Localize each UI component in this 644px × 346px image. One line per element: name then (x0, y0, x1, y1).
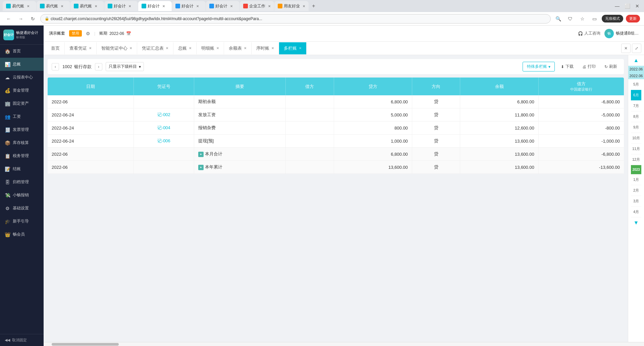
tab-smart-voucher[interactable]: 智能凭证中心 ✕ (97, 42, 137, 54)
sidebar-item-fixed-assets[interactable]: 🏢 固定资产 (0, 97, 44, 110)
calendar-month-item[interactable]: 4月 (631, 207, 641, 217)
calendar-month-item[interactable]: 7月 (631, 101, 641, 111)
back-button[interactable]: ← (4, 14, 13, 23)
tab-yidaizhang-3[interactable]: 易代账 ✕ (70, 1, 104, 11)
tab-detail-ledger[interactable]: 明细账 ✕ (197, 42, 224, 54)
calendar-month-item[interactable]: 6月 (631, 90, 641, 101)
calendar-month-item[interactable]: 8月 (631, 111, 641, 122)
tab-voucher-summary[interactable]: 凭证汇总表 ✕ (137, 42, 173, 54)
tab-general-close[interactable]: ✕ (189, 46, 192, 50)
tab-balance[interactable]: 余额表 ✕ (224, 42, 252, 54)
forward-button[interactable]: → (16, 14, 25, 23)
calendar-down-button[interactable]: ▼ (631, 217, 642, 228)
sidebar-item-archive[interactable]: 🗄 归档管理 (0, 176, 44, 189)
topbar-settings-icon[interactable]: ⚙ (86, 31, 90, 36)
calendar-month-item[interactable]: 5月 (631, 79, 641, 90)
tab-view-voucher[interactable]: 查看凭证 ✕ (65, 42, 97, 54)
sidebar-item-guide[interactable]: 🎓 新手引导 (0, 215, 44, 228)
sidebar-item-close-accounts[interactable]: 📝 结账 (0, 162, 44, 176)
sidebar-item-cloud-reports[interactable]: ☁ 云报表中心 (0, 71, 44, 84)
print-button[interactable]: 🖨 打印 (580, 62, 598, 71)
tab-home[interactable]: 首页 (46, 42, 65, 54)
tab-yidaizhang-2[interactable]: 易代账 ✕ (37, 1, 70, 11)
update-button[interactable]: 更新 (626, 15, 640, 22)
close-window-button[interactable]: ✕ (633, 2, 641, 10)
cell-voucher[interactable]: 记-002 (133, 108, 194, 121)
special-ledger-button[interactable]: 特殊多栏账 ▾ (523, 62, 555, 71)
calendar-month-item[interactable]: 9月 (631, 122, 641, 133)
download-button[interactable]: ⬇ 下载 (558, 62, 576, 71)
calendar-month-item[interactable]: 3月 (631, 196, 641, 207)
consult-button[interactable]: 🎧 人工咨询 (578, 31, 600, 36)
tab-journal[interactable]: 序时账 ✕ (252, 42, 279, 54)
calendar-month-item[interactable]: 10月 (631, 133, 641, 144)
tab-close-all-button[interactable]: ✕ (621, 44, 631, 53)
tab-voucher-summary-close[interactable]: ✕ (166, 46, 168, 50)
sidebar-unpin-button[interactable]: ◀◀ 取消固定 (0, 334, 44, 346)
calendar-month-item[interactable]: 1月 (631, 175, 641, 185)
tab-multi-column[interactable]: 多栏账 ✕ (279, 42, 307, 54)
sidebar-item-ledger[interactable]: 📊 总账 (0, 58, 44, 71)
calendar-icon[interactable]: 📅 (126, 31, 131, 36)
reload-button[interactable]: ↻ (28, 14, 38, 23)
tab-haokuaiji-1[interactable]: 好会计 ✕ (104, 1, 138, 11)
calendar-month-item[interactable]: 12月 (631, 154, 641, 165)
sidebar-item-payroll[interactable]: 👥 工资 (0, 110, 44, 123)
tab-haokuaiji-active[interactable]: 好会计 ✕ (138, 1, 172, 11)
tab-close-6[interactable]: ✕ (196, 4, 199, 8)
shield-icon[interactable]: 🛡 (566, 14, 575, 23)
tab-close-3[interactable]: ✕ (95, 4, 97, 8)
address-bar[interactable]: 🔒 cloud2.chanjet.com/accounting/uh26t264… (40, 14, 551, 23)
tab-general-ledger[interactable]: 总账 ✕ (173, 42, 197, 54)
tab-journal-close[interactable]: ✕ (271, 46, 274, 50)
sidebar-item-member[interactable]: 👑 畅会员 (0, 228, 44, 241)
scroll-thumb[interactable] (52, 343, 119, 346)
calendar-month-item[interactable]: 2月 (631, 185, 641, 196)
sidebar-item-inventory[interactable]: 📦 库存核算 (0, 136, 44, 149)
user-profile[interactable]: 畅 畅捷通B组… (604, 29, 639, 38)
minimize-button[interactable]: — (613, 2, 621, 10)
tab-close-9[interactable]: ✕ (303, 4, 305, 8)
calendar-month-item[interactable]: 2023 (631, 165, 641, 175)
tab-yidaizhang-1[interactable]: 易代账 ✕ (3, 1, 36, 11)
account-selector[interactable]: 1002 银行存款 (62, 64, 92, 70)
sidebar-item-expense[interactable]: 💸 小畅报销 (0, 189, 44, 202)
tab-qiyegongzuo[interactable]: 企业工作 ✕ (240, 1, 274, 11)
tab-close-7[interactable]: ✕ (230, 4, 233, 8)
tab-balance-close[interactable]: ✕ (244, 46, 247, 50)
sidebar-item-funds[interactable]: 💰 资金管理 (0, 84, 44, 97)
tab-close-8[interactable]: ✕ (268, 4, 271, 8)
sidebar-item-invoice[interactable]: 🧾 发票管理 (0, 123, 44, 136)
maximize-button[interactable]: ⬜ (623, 2, 631, 10)
search-icon[interactable]: 🔍 (553, 14, 563, 23)
tab-haokuaiji-3[interactable]: 好会计 ✕ (206, 1, 239, 11)
cell-voucher[interactable]: 记-006 (133, 135, 194, 148)
tab-yongyou[interactable]: 用友好业 ✕ (274, 1, 309, 11)
tab-detail-close[interactable]: ✕ (216, 46, 219, 50)
new-tab-button[interactable]: + (309, 1, 318, 11)
calendar-month-item[interactable]: 11月 (631, 144, 641, 154)
wuhen-button[interactable]: 无痕模式 (602, 15, 623, 22)
sidebar-toggle-icon[interactable]: ▭ (590, 14, 599, 23)
tab-smart-close[interactable]: ✕ (129, 46, 132, 50)
bottom-scrollbar[interactable] (44, 342, 644, 346)
tab-haokuaiji-2[interactable]: 好会计 ✕ (172, 1, 206, 11)
tab-close-5[interactable]: ✕ (162, 4, 165, 8)
tab-close-4[interactable]: ✕ (128, 4, 131, 8)
star-icon[interactable]: ☆ (578, 14, 587, 23)
sidebar-item-settings[interactable]: ⚙ 基础设置 (0, 202, 44, 215)
tab-close-2[interactable]: ✕ (61, 4, 63, 8)
tab-expand-button[interactable]: ⤢ (632, 44, 641, 53)
sidebar-item-home[interactable]: 🏠 首页 (0, 45, 44, 58)
calendar-up-button[interactable]: ▲ (631, 55, 642, 66)
period-value[interactable]: 2022-06 (109, 31, 124, 36)
tab-close-1[interactable]: ✕ (27, 4, 30, 8)
tab-multi-close[interactable]: ✕ (299, 46, 302, 50)
cell-voucher[interactable]: 记-004 (133, 121, 194, 135)
tab-view-voucher-close[interactable]: ✕ (89, 46, 92, 50)
filter-dropdown[interactable]: 只显示下级科目 ▾ (106, 62, 144, 71)
sidebar-item-tax[interactable]: 📋 税务管理 (0, 149, 44, 162)
refresh-button[interactable]: ↻ 刷新 (602, 62, 620, 71)
account-prev-button[interactable]: ‹ (52, 63, 59, 70)
account-next-button[interactable]: › (95, 63, 102, 70)
